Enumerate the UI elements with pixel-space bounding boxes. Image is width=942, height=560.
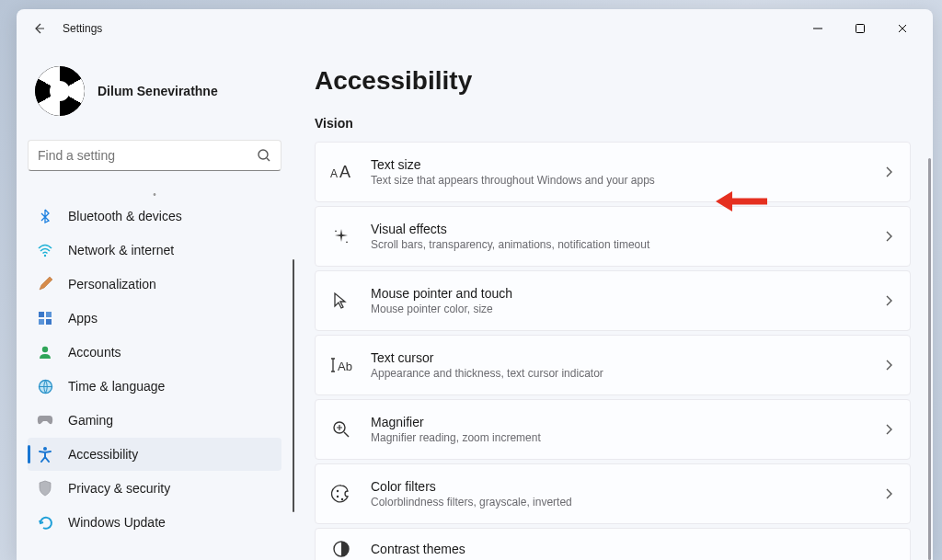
card-title: Text size xyxy=(371,157,864,172)
page-title: Accessibility xyxy=(315,66,911,96)
search-box[interactable] xyxy=(28,140,281,171)
magnifier-icon xyxy=(330,418,352,440)
card-visual-effects[interactable]: Visual effectsScroll bars, transparency,… xyxy=(315,206,911,267)
section-label: Vision xyxy=(315,116,911,131)
sidebar-item-label: Time & language xyxy=(68,379,165,394)
apps-icon xyxy=(37,310,53,326)
cursor-icon xyxy=(330,290,352,312)
text-size-icon: AA xyxy=(330,161,352,183)
svg-point-1 xyxy=(258,150,268,159)
minimize-icon xyxy=(812,23,823,34)
sidebar-item-label: Privacy & security xyxy=(68,481,170,496)
card-subtitle: Appearance and thickness, text cursor in… xyxy=(371,367,864,380)
text-cursor-icon: Ab xyxy=(330,354,352,376)
scroll-indicator-top: • xyxy=(28,189,281,199)
profile-block[interactable]: Dilum Senevirathne xyxy=(28,48,281,140)
minimize-button[interactable] xyxy=(797,14,839,43)
sidebar-item-personalization[interactable]: Personalization xyxy=(28,268,281,301)
sidebar-item-windows-update[interactable]: Windows Update xyxy=(28,506,281,539)
search-input[interactable] xyxy=(38,148,257,163)
close-icon xyxy=(897,23,908,34)
svg-point-7 xyxy=(42,347,48,352)
sidebar-item-bluetooth-devices[interactable]: Bluetooth & devices xyxy=(28,200,281,233)
contrast-icon xyxy=(330,538,352,560)
card-title: Text cursor xyxy=(371,350,864,365)
gamepad-icon xyxy=(37,412,53,429)
chevron-right-icon xyxy=(882,359,895,371)
card-mouse-pointer-touch[interactable]: Mouse pointer and touchMouse pointer col… xyxy=(315,270,911,331)
sidebar-item-label: Network & internet xyxy=(68,243,174,257)
sidebar-item-network-internet[interactable]: Network & internet xyxy=(28,234,281,267)
card-subtitle: Magnifier reading, zoom increment xyxy=(371,431,864,444)
chevron-right-icon xyxy=(882,166,895,178)
card-subtitle: Text size that appears throughout Window… xyxy=(371,174,864,187)
card-title: Visual effects xyxy=(371,222,864,236)
maximize-button[interactable] xyxy=(839,14,881,43)
nav-list: • Bluetooth & devices Network & internet… xyxy=(28,177,281,560)
main-scrollbar[interactable] xyxy=(928,158,931,560)
sidebar-item-label: Bluetooth & devices xyxy=(68,209,182,223)
chevron-right-icon xyxy=(882,230,895,243)
sidebar-item-privacy-security[interactable]: Privacy & security xyxy=(28,472,281,505)
shield-icon xyxy=(37,480,53,497)
card-title: Magnifier xyxy=(371,415,864,429)
card-title: Mouse pointer and touch xyxy=(371,286,864,301)
svg-point-16 xyxy=(341,498,343,500)
chevron-right-icon xyxy=(882,423,895,436)
back-button[interactable] xyxy=(26,16,52,41)
sparkle-icon xyxy=(330,225,352,247)
svg-rect-4 xyxy=(46,312,52,317)
card-magnifier[interactable]: MagnifierMagnifier reading, zoom increme… xyxy=(315,399,911,460)
palette-icon xyxy=(330,483,352,505)
card-text-cursor[interactable]: Ab Text cursorAppearance and thickness, … xyxy=(315,335,911,395)
svg-rect-3 xyxy=(39,312,44,317)
sidebar-item-label: Accounts xyxy=(68,345,121,360)
chevron-right-icon xyxy=(882,487,895,500)
accessibility-icon xyxy=(37,446,53,463)
svg-point-9 xyxy=(43,447,47,451)
sidebar-item-label: Windows Update xyxy=(68,515,166,530)
sidebar-item-label: Accessibility xyxy=(68,447,138,462)
svg-text:A: A xyxy=(339,163,350,181)
card-contrast-themes[interactable]: Contrast themes xyxy=(315,528,911,560)
sidebar-item-accounts[interactable]: Accounts xyxy=(28,336,281,369)
card-title: Contrast themes xyxy=(371,542,895,556)
back-arrow-icon xyxy=(31,21,46,36)
svg-text:A: A xyxy=(330,167,338,180)
sidebar-item-apps[interactable]: Apps xyxy=(28,302,281,335)
card-subtitle: Colorblindness filters, grayscale, inver… xyxy=(371,496,864,509)
card-color-filters[interactable]: Color filtersColorblindness filters, gra… xyxy=(315,463,911,524)
sidebar-item-gaming[interactable]: Gaming xyxy=(28,404,281,437)
wifi-icon xyxy=(37,242,53,258)
svg-point-2 xyxy=(44,255,46,257)
card-title: Color filters xyxy=(371,479,864,494)
search-icon xyxy=(257,148,271,163)
svg-text:Ab: Ab xyxy=(338,360,352,373)
sidebar-item-accessibility[interactable]: Accessibility xyxy=(28,438,281,471)
sidebar-item-time-language[interactable]: Time & language xyxy=(28,370,281,403)
window-controls xyxy=(797,14,924,43)
titlebar: Settings xyxy=(17,9,933,48)
chevron-right-icon xyxy=(882,294,895,307)
profile-name: Dilum Senevirathne xyxy=(98,84,218,98)
cards-list: AA Text sizeText size that appears throu… xyxy=(315,142,911,560)
maximize-icon xyxy=(855,23,866,34)
settings-window: Settings Dilum Senevirathne • Bluetooth … xyxy=(17,9,933,560)
card-subtitle: Scroll bars, transparency, animations, n… xyxy=(371,238,864,251)
main-content: Accessibility Vision AA Text sizeText si… xyxy=(293,48,933,560)
sidebar-item-label: Gaming xyxy=(68,413,113,428)
window-title: Settings xyxy=(63,22,102,35)
sidebar: Dilum Senevirathne • Bluetooth & devices… xyxy=(17,48,293,560)
svg-rect-5 xyxy=(39,319,44,325)
svg-point-14 xyxy=(337,490,339,492)
card-text-size[interactable]: AA Text sizeText size that appears throu… xyxy=(315,142,911,202)
close-button[interactable] xyxy=(881,14,924,43)
svg-rect-6 xyxy=(46,319,52,325)
svg-rect-0 xyxy=(856,25,865,33)
avatar xyxy=(35,66,85,116)
brush-icon xyxy=(37,276,53,292)
sidebar-item-label: Apps xyxy=(68,311,98,326)
svg-point-15 xyxy=(337,496,339,497)
globe-icon xyxy=(37,378,53,394)
card-subtitle: Mouse pointer color, size xyxy=(371,303,864,315)
